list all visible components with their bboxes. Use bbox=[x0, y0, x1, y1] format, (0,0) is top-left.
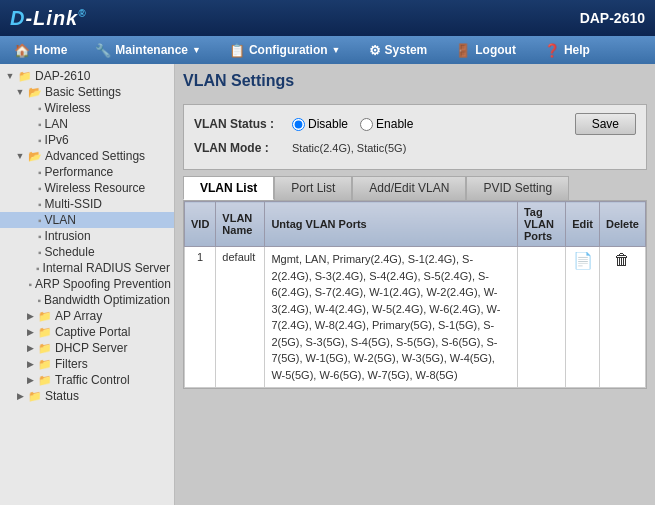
edit-button[interactable]: 📄 bbox=[573, 252, 593, 269]
sidebar-label: ARP Spoofing Prevention bbox=[35, 277, 171, 291]
sidebar-label: VLAN bbox=[45, 213, 76, 227]
folder-icon: 📁 bbox=[38, 342, 52, 355]
sidebar-item-wireless[interactable]: ▪ Wireless bbox=[0, 100, 174, 116]
nav-logout-label: Logout bbox=[475, 43, 516, 57]
sidebar-label: Traffic Control bbox=[55, 373, 130, 387]
disable-radio-option[interactable]: Disable bbox=[292, 117, 348, 131]
sidebar-label: Intrusion bbox=[45, 229, 91, 243]
sidebar-item-ap-array[interactable]: ▶ 📁 AP Array bbox=[0, 308, 174, 324]
expand-icon: ▶ bbox=[24, 326, 36, 338]
delete-button[interactable]: 🗑 bbox=[614, 251, 630, 268]
vlan-table: VID VLAN Name Untag VLAN Ports Tag VLAN … bbox=[184, 201, 646, 388]
cell-edit: 📄 bbox=[566, 247, 600, 388]
col-header-delete: Delete bbox=[599, 202, 645, 247]
chevron-down-icon2: ▼ bbox=[332, 45, 341, 55]
vlan-table-container: VID VLAN Name Untag VLAN Ports Tag VLAN … bbox=[183, 200, 647, 389]
expand-icon bbox=[24, 230, 36, 242]
sidebar-item-advanced-settings[interactable]: ▼ 📂 Advanced Settings bbox=[0, 148, 174, 164]
sidebar-item-ipv6[interactable]: ▪ IPv6 bbox=[0, 132, 174, 148]
sidebar-item-bandwidth[interactable]: ▪ Bandwidth Optimization bbox=[0, 292, 174, 308]
enable-radio[interactable] bbox=[360, 118, 373, 131]
nav-home[interactable]: 🏠 Home bbox=[0, 36, 81, 64]
sidebar-item-intrusion[interactable]: ▪ Intrusion bbox=[0, 228, 174, 244]
cell-untag-ports: Mgmt, LAN, Primary(2.4G), S-1(2.4G), S-2… bbox=[265, 247, 518, 388]
header: D-Link® DAP-2610 bbox=[0, 0, 655, 36]
expand-icon bbox=[24, 214, 36, 226]
cell-vid: 1 bbox=[185, 247, 216, 388]
doc-icon: ▪ bbox=[38, 135, 42, 146]
expand-icon bbox=[24, 278, 27, 290]
sidebar-label: Schedule bbox=[45, 245, 95, 259]
nav-maintenance[interactable]: 🔧 Maintenance ▼ bbox=[81, 36, 215, 64]
sidebar-item-internal-radius[interactable]: ▪ Internal RADIUS Server bbox=[0, 260, 174, 276]
nav-help[interactable]: ❓ Help bbox=[530, 36, 604, 64]
doc-icon: ▪ bbox=[37, 295, 41, 306]
sidebar-item-vlan[interactable]: ▪ VLAN bbox=[0, 212, 174, 228]
nav-configuration[interactable]: 📋 Configuration ▼ bbox=[215, 36, 355, 64]
logout-icon: 🚪 bbox=[455, 43, 471, 58]
tab-pvid-setting[interactable]: PVID Setting bbox=[466, 176, 569, 200]
page-title: VLAN Settings bbox=[183, 72, 647, 94]
disable-radio[interactable] bbox=[292, 118, 305, 131]
nav-configuration-label: Configuration bbox=[249, 43, 328, 57]
nav-logout[interactable]: 🚪 Logout bbox=[441, 36, 530, 64]
sidebar-label: AP Array bbox=[55, 309, 102, 323]
doc-icon: ▪ bbox=[38, 103, 42, 114]
tab-vlan-list[interactable]: VLAN List bbox=[183, 176, 274, 200]
tab-add-edit-vlan[interactable]: Add/Edit VLAN bbox=[352, 176, 466, 200]
save-button[interactable]: Save bbox=[575, 113, 636, 135]
expand-icon: ▶ bbox=[14, 390, 26, 402]
expand-icon: ▶ bbox=[24, 374, 36, 386]
vlan-mode-value: Static(2.4G), Static(5G) bbox=[292, 142, 406, 154]
sidebar-label: Wireless Resource bbox=[45, 181, 146, 195]
sidebar-item-multi-ssid[interactable]: ▪ Multi-SSID bbox=[0, 196, 174, 212]
cell-tag-ports bbox=[517, 247, 565, 388]
sidebar-item-basic-settings[interactable]: ▼ 📂 Basic Settings bbox=[0, 84, 174, 100]
nav-system[interactable]: ⚙ System bbox=[355, 36, 442, 64]
expand-icon: ▶ bbox=[24, 358, 36, 370]
nav-home-label: Home bbox=[34, 43, 67, 57]
doc-icon: ▪ bbox=[38, 247, 42, 258]
sidebar-label: IPv6 bbox=[45, 133, 69, 147]
doc-icon: ▪ bbox=[38, 167, 42, 178]
help-icon: ❓ bbox=[544, 43, 560, 58]
col-header-vlan-name: VLAN Name bbox=[216, 202, 265, 247]
expand-icon: ▶ bbox=[24, 342, 36, 354]
sidebar-item-captive-portal[interactable]: ▶ 📁 Captive Portal bbox=[0, 324, 174, 340]
doc-icon: ▪ bbox=[29, 279, 33, 290]
folder-icon: 📁 bbox=[38, 310, 52, 323]
sidebar-label: Wireless bbox=[45, 101, 91, 115]
expand-icon bbox=[24, 262, 34, 274]
sidebar-label: LAN bbox=[45, 117, 68, 131]
sidebar-item-status[interactable]: ▶ 📁 Status bbox=[0, 388, 174, 404]
configuration-icon: 📋 bbox=[229, 43, 245, 58]
expand-icon bbox=[24, 102, 36, 114]
sidebar-item-wireless-resource[interactable]: ▪ Wireless Resource bbox=[0, 180, 174, 196]
folder-icon: 📁 bbox=[28, 390, 42, 403]
doc-icon: ▪ bbox=[38, 199, 42, 210]
vlan-tabs: VLAN List Port List Add/Edit VLAN PVID S… bbox=[183, 176, 647, 200]
vlan-status-radio-group: Disable Enable bbox=[292, 117, 413, 131]
content-area: VLAN Settings VLAN Status : Disable Enab… bbox=[175, 64, 655, 505]
cell-vlan-name: default bbox=[216, 247, 265, 388]
nav-system-label: System bbox=[385, 43, 428, 57]
col-header-edit: Edit bbox=[566, 202, 600, 247]
enable-radio-option[interactable]: Enable bbox=[360, 117, 413, 131]
sidebar-item-arp-spoofing[interactable]: ▪ ARP Spoofing Prevention bbox=[0, 276, 174, 292]
sidebar-label: Captive Portal bbox=[55, 325, 130, 339]
sidebar-item-traffic-control[interactable]: ▶ 📁 Traffic Control bbox=[0, 372, 174, 388]
sidebar-item-performance[interactable]: ▪ Performance bbox=[0, 164, 174, 180]
nav-help-label: Help bbox=[564, 43, 590, 57]
sidebar-item-dap2610[interactable]: ▼ 📁 DAP-2610 bbox=[0, 68, 174, 84]
vlan-status-row: VLAN Status : Disable Enable Save bbox=[194, 113, 636, 135]
sidebar-item-filters[interactable]: ▶ 📁 Filters bbox=[0, 356, 174, 372]
sidebar-item-lan[interactable]: ▪ LAN bbox=[0, 116, 174, 132]
sidebar-item-schedule[interactable]: ▪ Schedule bbox=[0, 244, 174, 260]
expand-icon bbox=[24, 246, 36, 258]
expand-icon: ▼ bbox=[14, 86, 26, 98]
sidebar-label: Performance bbox=[45, 165, 114, 179]
tab-port-list[interactable]: Port List bbox=[274, 176, 352, 200]
sidebar-label: Bandwidth Optimization bbox=[44, 293, 170, 307]
sidebar-item-dhcp-server[interactable]: ▶ 📁 DHCP Server bbox=[0, 340, 174, 356]
folder-icon: 📁 bbox=[18, 70, 32, 83]
